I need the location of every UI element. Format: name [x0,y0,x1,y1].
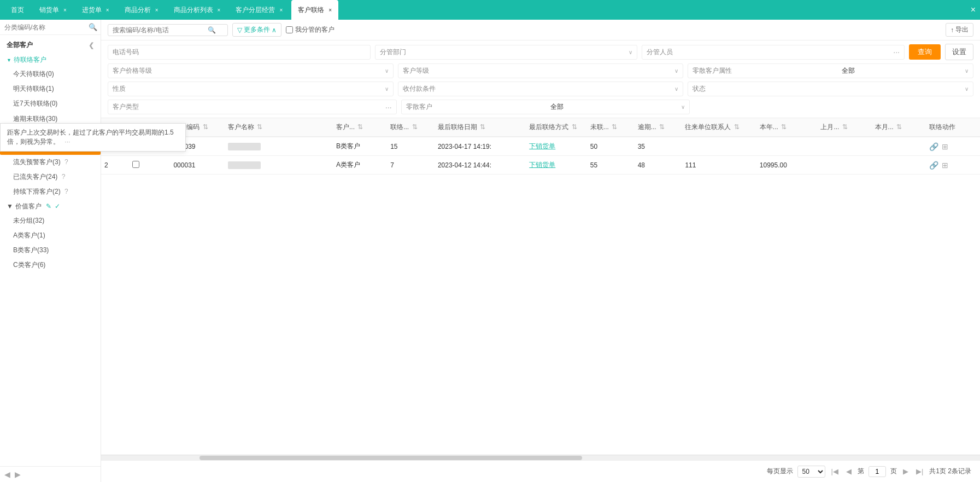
close-sales-tab[interactable]: × [63,7,67,13]
filter-row-3: 性质 ∨ 收付款条件 ∨ 状态 ∨ [108,82,973,96]
sidebar-section-value[interactable]: ▼ 价值客户 ✎ ✓ [0,200,101,213]
row1-last-method[interactable]: 下销货单 [526,137,587,156]
export-btn[interactable]: ↑ 导出 [946,23,973,37]
row2-contact: 7 [387,156,435,175]
row2-last-method[interactable]: 下销货单 [526,156,587,175]
page-size-select[interactable]: 50 100 200 [797,466,825,478]
row1-unlink: 50 [587,137,635,156]
sort-this-month: ⇅ [896,123,902,131]
filter-price-grade[interactable]: 客户价格等级 ∨ [108,63,394,78]
prev-page-btn[interactable]: ◀ [844,467,853,475]
search-input[interactable] [113,26,206,34]
th-last-month[interactable]: 上月... ⇅ [817,118,871,137]
close-purchase-tab[interactable]: × [106,7,109,13]
row1-type: B类客户 [333,137,387,156]
next-page-btn[interactable]: ▶ [901,467,910,475]
th-name[interactable]: 客户名称 ⇅ [225,118,333,137]
sidebar-item-b-class[interactable]: B类客户(33) [0,243,101,258]
expand-icon: ▼ [7,57,11,63]
row2-grid-icon[interactable]: ⊞ [942,161,948,170]
sort-date: ⇅ [480,123,485,131]
filter-person[interactable]: 分管人员 ··· [642,45,905,60]
sidebar-item-c-class[interactable]: C类客户(6) [0,258,101,272]
filter-retail-customer[interactable]: 零散客户 全部 ∨ [401,100,690,114]
th-last-method[interactable]: 最后联络方式 ⇅ [526,118,587,137]
row2-link-icon[interactable]: 🔗 [929,161,938,170]
row2-name [225,156,333,175]
query-btn[interactable]: 查询 [909,44,941,60]
sidebar-item-today[interactable]: 今天待联络(0) [0,67,101,82]
first-page-btn[interactable]: |◀ [830,467,840,475]
nav-tab-goods-analysis-list[interactable]: 商品分析列表 × [167,0,227,20]
row2-last-date: 2023-04-12 14:44: [435,156,526,175]
th-type[interactable]: 客户... ⇅ [333,118,387,137]
sidebar-left-arrow[interactable]: ◀ [4,470,10,479]
close-customer-layer-tab[interactable]: × [279,7,283,13]
close-customer-contact-tab[interactable]: × [328,7,332,13]
filter-icon: ▽ [237,26,242,34]
settings-btn[interactable]: 设置 [945,44,973,60]
close-goods-analysis-tab[interactable]: × [155,7,159,13]
sidebar-item-tomorrow[interactable]: 明天待联络(1) [0,82,101,96]
filter-payment[interactable]: 收付款条件 ∨ [398,82,684,96]
row1-action-group: 🔗 ⊞ [929,142,977,151]
nav-tab-customer-contact[interactable]: 客户联络 × [291,0,338,20]
row1-partner [682,137,756,156]
check-icon[interactable]: ✓ [55,202,60,210]
filter-customer-type[interactable]: 客户类型 ··· [108,100,397,114]
close-goods-list-tab[interactable]: × [218,7,221,13]
filter-customer-grade[interactable]: 客户等级 ∨ [398,63,684,78]
sidebar-item-7days[interactable]: 近7天待联络(0) [0,96,101,111]
filter-gender[interactable]: 性质 ∨ [108,82,394,96]
more-conditions-btn[interactable]: ▽ 更多条件 ∧ [232,23,281,37]
sidebar-item-lost[interactable]: 已流失客户(24) ? [0,170,101,184]
sort-unlink: ⇅ [612,123,617,131]
export-icon: ↑ [950,26,954,34]
search-icon-btn[interactable]: 🔍 [208,26,216,34]
row2-no: 2 [101,156,126,175]
filter-status[interactable]: 状态 ∨ [688,82,973,96]
sidebar-item-ungroup[interactable]: 未分组(32) [0,213,101,228]
sort-this-year: ⇅ [781,123,787,131]
th-contact[interactable]: 联络... ⇅ [387,118,435,137]
th-overdue[interactable]: 逾期... ⇅ [635,118,682,137]
filter-phone[interactable]: 电话号码 [108,45,371,60]
row2-checkbox[interactable] [132,161,139,168]
th-this-month[interactable]: 本月... ⇅ [872,118,926,137]
row1-link-icon[interactable]: 🔗 [929,142,938,151]
nav-tab-customer-layer[interactable]: 客户分层经营 × [229,0,289,20]
my-customers-wrap[interactable]: 我分管的客户 [286,25,335,34]
nav-tab-sales[interactable]: 销货单 × [33,0,73,20]
table-header-row: ⚙ 客户编码 ⇅ 客户名称 ⇅ 客户... ⇅ [101,118,980,137]
nav-tab-purchase[interactable]: 进货单 × [75,0,116,20]
my-customers-checkbox[interactable] [286,26,293,33]
sidebar-all-customers[interactable]: 全部客户 ❮ [0,37,101,53]
filter-retail-attr[interactable]: 零散客户属性 全部 ∨ [688,63,973,78]
sidebar-search-icon[interactable]: 🔍 [89,23,97,31]
edit-icon[interactable]: ✎ [46,202,51,210]
last-page-btn[interactable]: ▶| [914,467,925,475]
chevron-up-icon: ∧ [272,26,277,34]
nav-tab-goods-analysis[interactable]: 商品分析 × [118,0,165,20]
th-unlink[interactable]: 未联... ⇅ [587,118,635,137]
nav-tab-home[interactable]: 首页 [4,0,31,20]
page-input[interactable] [868,466,886,477]
sidebar-body: 全部客户 ❮ ▼ 待联络客户 今天待联络(0) 明天待联络(1) 近7天待联络(… [0,35,101,466]
per-page-label: 每页显示 [767,467,793,476]
th-partner[interactable]: 往来单位联系人 ⇅ [682,118,756,137]
h-scroll-bar[interactable] [101,455,980,460]
sidebar-search-input[interactable] [4,24,86,31]
sidebar-search-bar: 🔍 [0,20,101,35]
sidebar-item-loss-warning[interactable]: 流失预警客户(3) ? [0,155,101,170]
th-this-year[interactable]: 本年... ⇅ [756,118,818,137]
row2-check[interactable] [126,156,146,175]
sidebar-item-declining[interactable]: 持续下滑客户(2) ? [0,184,101,199]
th-last-date[interactable]: 最后联络日期 ⇅ [435,118,526,137]
sidebar-item-a-class[interactable]: A类客户(1) [0,228,101,243]
sidebar-section-pending[interactable]: ▼ 待联络客户 [0,53,101,67]
row1-grid-icon[interactable]: ⊞ [942,142,948,151]
close-all-button[interactable]: × [971,5,976,15]
filter-dept[interactable]: 分管部门 ∨ [375,45,638,60]
sidebar-right-arrow[interactable]: ▶ [15,470,21,479]
h-scroll-thumb[interactable] [199,456,582,460]
